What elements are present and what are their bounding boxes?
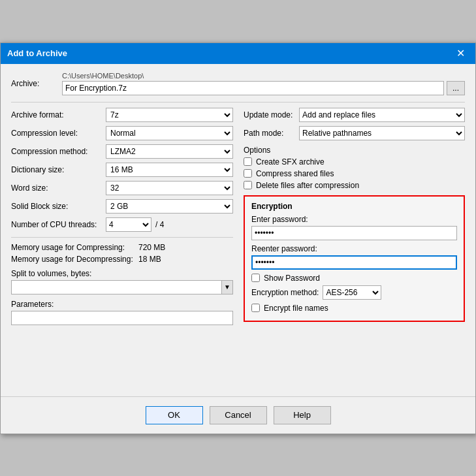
delete-after-checkbox[interactable]	[244, 181, 252, 189]
mem-decompress-row: Memory usage for Decompressing: 18 MB	[11, 255, 233, 264]
dict-size-row: Dictionary size: 16 MB8 MB32 MB	[11, 163, 233, 177]
params-input[interactable]	[11, 311, 233, 325]
show-password-checkbox[interactable]	[251, 274, 260, 282]
enter-password-input[interactable]	[251, 226, 457, 240]
title-bar: Add to Archive ✕	[1, 43, 475, 64]
show-pwd-row: Show Password	[251, 274, 457, 283]
solid-block-row: Solid Block size: 2 GB1 GBnon-solid	[11, 199, 233, 214]
solid-block-label: Solid Block size:	[11, 202, 106, 211]
cpu-label: Number of CPU threads:	[11, 220, 106, 229]
solid-block-select[interactable]: 2 GB1 GBnon-solid	[106, 199, 233, 214]
delete-after-row: Delete files after compression	[244, 181, 465, 190]
word-size-label: Word size:	[11, 183, 106, 193]
compression-method-label: Compression method:	[11, 147, 106, 156]
format-label: Archive format:	[11, 110, 106, 119]
format-row: Archive format: 7zziptarwim	[11, 108, 233, 122]
mem-compress-value: 720 MB	[138, 243, 165, 252]
dialog-footer: OK Cancel Help	[1, 396, 475, 434]
add-to-archive-dialog: Add to Archive ✕ Archive: C:\Users\HOME\…	[0, 42, 476, 434]
dict-size-label: Dictionary size:	[11, 165, 106, 174]
archive-row: Archive: C:\Users\HOME\Desktop\ ...	[11, 72, 465, 95]
delete-after-label[interactable]: Delete files after compression	[256, 181, 359, 190]
word-size-row: Word size: 321664	[11, 181, 233, 195]
archive-path-group: C:\Users\HOME\Desktop\ ...	[62, 72, 465, 95]
params-label: Parameters:	[11, 300, 233, 309]
mem-compress-row: Memory usage for Compressing: 720 MB	[11, 243, 233, 252]
reenter-password-input[interactable]	[251, 255, 457, 270]
help-button[interactable]: Help	[274, 406, 331, 424]
word-size-select[interactable]: 321664	[106, 181, 233, 195]
encryption-title: Encryption	[251, 202, 457, 211]
archive-path-sub: C:\Users\HOME\Desktop\	[62, 72, 465, 80]
archive-filename-input[interactable]	[62, 81, 444, 95]
reenter-pwd-label: Reenter password:	[251, 244, 457, 253]
ok-button[interactable]: OK	[146, 406, 203, 424]
enc-method-label: Encryption method:	[251, 288, 319, 297]
compress-shared-checkbox[interactable]	[244, 169, 252, 178]
update-mode-label: Update mode:	[244, 110, 299, 119]
compression-level-select[interactable]: NormalStoreFastMaximum	[106, 126, 233, 140]
params-row: Parameters:	[11, 300, 233, 325]
split-row: Split to volumes, bytes: ▼	[11, 269, 233, 294]
show-password-label[interactable]: Show Password	[264, 274, 320, 283]
path-mode-select[interactable]: Relative pathnames Absolute pathnames No…	[299, 126, 465, 140]
update-mode-row: Update mode: Add and replace files Updat…	[244, 108, 465, 122]
cpu-row: Number of CPU threads: 412 / 4	[11, 217, 233, 232]
create-sfx-checkbox[interactable]	[244, 157, 252, 166]
archive-label: Archive:	[11, 79, 57, 88]
encryption-box: Encryption Enter password: Reenter passw…	[244, 195, 465, 322]
split-dropdown-btn[interactable]: ▼	[221, 280, 233, 294]
create-sfx-row: Create SFX archive	[244, 157, 465, 167]
main-content: Archive format: 7zziptarwim Compression …	[11, 108, 465, 325]
compress-shared-row: Compress shared files	[244, 169, 465, 178]
right-panel: Update mode: Add and replace files Updat…	[244, 108, 465, 325]
compression-method-select[interactable]: LZMA2LZMAPPMd	[106, 144, 233, 159]
mem-decompress-label: Memory usage for Decompressing:	[11, 255, 138, 264]
update-mode-select[interactable]: Add and replace files Update and add fil…	[299, 108, 465, 122]
options-title: Options	[244, 146, 465, 155]
mem-compress-label: Memory usage for Compressing:	[11, 243, 138, 252]
options-group: Options Create SFX archive Compress shar…	[244, 146, 465, 190]
format-select[interactable]: 7zziptarwim	[106, 108, 233, 122]
encrypt-names-label[interactable]: Encrypt file names	[264, 304, 328, 313]
split-label: Split to volumes, bytes:	[11, 269, 233, 278]
cpu-select[interactable]: 412	[106, 217, 151, 232]
cpu-total: / 4	[155, 220, 164, 229]
dialog-title: Add to Archive	[7, 48, 67, 58]
dialog-body: Archive: C:\Users\HOME\Desktop\ ... Arch…	[1, 64, 475, 391]
compression-level-row: Compression level: NormalStoreFastMaximu…	[11, 126, 233, 140]
create-sfx-label[interactable]: Create SFX archive	[256, 157, 325, 167]
path-mode-row: Path mode: Relative pathnames Absolute p…	[244, 126, 465, 140]
path-mode-label: Path mode:	[244, 129, 299, 138]
compression-level-label: Compression level:	[11, 129, 106, 138]
close-button[interactable]: ✕	[452, 47, 469, 60]
enc-method-select[interactable]: AES-256 ZipCrypto	[323, 285, 381, 300]
mem-decompress-value: 18 MB	[138, 255, 161, 264]
cancel-button[interactable]: Cancel	[210, 406, 267, 424]
compress-shared-label[interactable]: Compress shared files	[256, 169, 334, 178]
encrypt-names-row: Encrypt file names	[251, 304, 457, 313]
encrypt-names-checkbox[interactable]	[251, 304, 260, 312]
enc-method-row: Encryption method: AES-256 ZipCrypto	[251, 285, 457, 300]
browse-button[interactable]: ...	[447, 81, 465, 95]
compression-method-row: Compression method: LZMA2LZMAPPMd	[11, 144, 233, 159]
dict-size-select[interactable]: 16 MB8 MB32 MB	[106, 163, 233, 177]
split-input[interactable]	[11, 280, 221, 294]
left-panel: Archive format: 7zziptarwim Compression …	[11, 108, 233, 325]
enter-pwd-label: Enter password:	[251, 215, 457, 224]
